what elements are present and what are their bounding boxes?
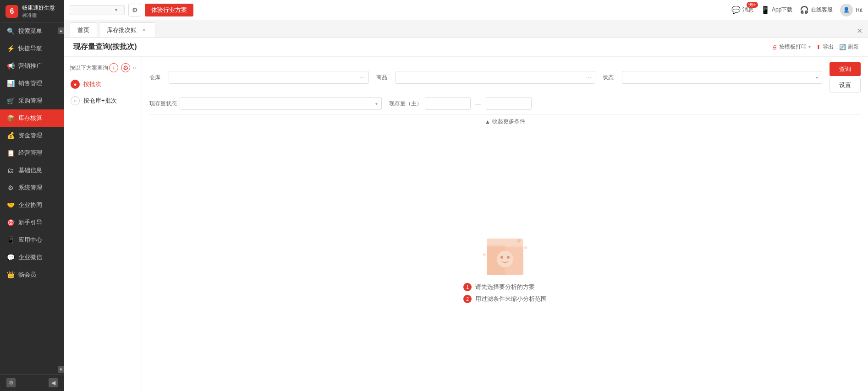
tabs-bar: 首页 库存批次账 × ✕ xyxy=(64,20,868,38)
empty-svg xyxy=(473,223,537,277)
topbar: ▾ ⚙ 体验行业方案 💬 消息 99+ 📱 App下载 🎧 在线客服 👤 Rit xyxy=(64,0,868,20)
page-header: 现存量查询(按批次) 🖨 按模板打印 ▾ ⬆ 导出 🔄 刷新 xyxy=(64,38,868,57)
appstore-icon: 📱 xyxy=(6,236,15,244)
main-area: ▾ ⚙ 体验行业方案 💬 消息 99+ 📱 App下载 🎧 在线客服 👤 Rit xyxy=(64,0,868,391)
purchase-icon: 🛒 xyxy=(6,97,15,105)
sidebar-settings-btn[interactable]: ⚙ xyxy=(6,378,16,387)
marketing-icon: 📢 xyxy=(6,62,15,70)
sidebar-scroll-up[interactable]: ▲ xyxy=(58,27,64,34)
member-icon: 👑 xyxy=(6,271,15,279)
search-input[interactable] xyxy=(74,7,115,13)
empty-step-1: 1 请先选择要分析的方案 xyxy=(463,283,547,291)
goods-more[interactable]: ··· xyxy=(586,74,592,81)
search-dropdown-icon[interactable]: ▾ xyxy=(115,7,117,12)
global-close-icon[interactable]: ✕ xyxy=(857,27,863,35)
messages-btn[interactable]: 💬 消息 99+ xyxy=(731,5,753,14)
status-field: 状态 ▾ xyxy=(603,71,822,84)
collapse-panel-btn[interactable]: « xyxy=(133,65,136,71)
add-plan-btn[interactable]: + xyxy=(109,63,118,72)
empty-state: 1 请先选择要分析的方案 2 用过滤条件来缩小分析范围 xyxy=(142,134,868,391)
sidebar-item-quicknav[interactable]: ⚡ 快捷导航 xyxy=(0,40,64,57)
left-panel-title: 按以下方案查询 xyxy=(70,64,108,72)
plan-warehouse-batch-icon: ○ xyxy=(71,96,80,105)
finance-icon: 💰 xyxy=(6,131,15,140)
print-dropdown-icon[interactable]: ▾ xyxy=(808,44,811,49)
sidebar-item-search[interactable]: 🔍 搜索菜单 xyxy=(0,22,64,40)
tab-home[interactable]: 首页 xyxy=(70,22,97,37)
avatar[interactable]: 👤 xyxy=(840,4,853,16)
collapse-icon: « xyxy=(133,65,136,71)
tab-inventory-batch[interactable]: 库存批次账 × xyxy=(99,22,155,37)
collapse-more-label: 收起更多条件 xyxy=(492,118,525,125)
stock-qty-min-input[interactable] xyxy=(425,97,471,110)
svg-point-6 xyxy=(517,239,521,243)
goods-field: 商品 ··· xyxy=(376,71,596,84)
query-btn[interactable]: 查询 xyxy=(830,62,861,76)
refresh-icon: 🔄 xyxy=(839,44,846,50)
gear-icon: ⚙ xyxy=(123,64,129,71)
sidebar-scroll-down[interactable]: ▼ xyxy=(58,366,64,373)
newuser-icon: 🎯 xyxy=(6,218,15,227)
stock-qty-max-input[interactable] xyxy=(486,97,532,110)
topbar-gear-btn[interactable]: ⚙ xyxy=(128,4,141,16)
warehouse-input[interactable] xyxy=(173,74,357,81)
filter-area: 仓库 ··· 商品 ··· xyxy=(142,57,868,134)
sidebar-header: 6 畅康通好生意 标准版 xyxy=(0,0,64,22)
app-download-btn[interactable]: 📱 App下载 xyxy=(761,5,792,14)
sidebar-collapse-btn[interactable]: ◀ xyxy=(49,378,58,387)
export-btn[interactable]: ⬆ 导出 xyxy=(816,43,834,51)
sidebar-item-finance-label: 资金管理 xyxy=(18,131,42,140)
step-1-num: 1 xyxy=(463,283,472,291)
sidebar-item-system[interactable]: ⚙ 系统管理 xyxy=(0,179,64,196)
app-logo: 6 xyxy=(5,5,18,18)
topbar-right: 💬 消息 99+ 📱 App下载 🎧 在线客服 👤 Rit xyxy=(731,4,863,16)
left-panel-actions: + ⚙ « xyxy=(109,63,136,72)
sidebar-item-quicknav-label: 快捷导航 xyxy=(18,44,42,53)
settings-btn[interactable]: 设置 xyxy=(830,78,861,92)
sidebar-item-member[interactable]: 👑 畅会员 xyxy=(0,266,64,283)
sidebar-item-enterprise[interactable]: 🤝 企业协同 xyxy=(0,196,64,214)
app-download-label: App下载 xyxy=(772,6,792,14)
tab-close-icon[interactable]: × xyxy=(140,27,148,34)
sidebar-item-appstore[interactable]: 📱 应用中心 xyxy=(0,231,64,249)
plan-batch-label: 按批次 xyxy=(83,80,101,88)
stock-status-dropdown-icon: ▾ xyxy=(375,101,378,106)
sidebar: 6 畅康通好生意 标准版 ▲ 🔍 搜索菜单 ⚡ 快捷导航 📢 营销推广 📊 销售… xyxy=(0,0,64,391)
sidebar-item-finance[interactable]: 💰 资金管理 xyxy=(0,127,64,144)
sales-icon: 📊 xyxy=(6,79,15,87)
page-content: 现存量查询(按批次) 🖨 按模板打印 ▾ ⬆ 导出 🔄 刷新 xyxy=(64,38,868,391)
collapse-more-btn[interactable]: ▲ 收起更多条件 xyxy=(149,114,861,128)
sidebar-item-basic[interactable]: 🗂 基础信息 xyxy=(0,162,64,179)
sidebar-item-wechat-label: 企业微信 xyxy=(18,253,42,261)
experience-btn[interactable]: 体验行业方案 xyxy=(145,4,193,16)
goods-input[interactable] xyxy=(400,74,584,81)
settings-plan-btn[interactable]: ⚙ xyxy=(121,63,130,72)
print-btn[interactable]: 🖨 按模板打印 ▾ xyxy=(772,43,811,51)
empty-steps: 1 请先选择要分析的方案 2 用过滤条件来缩小分析范围 xyxy=(463,283,547,303)
user-area: 👤 Rit xyxy=(840,4,863,16)
sidebar-item-search-label: 搜索菜单 xyxy=(18,27,42,35)
plan-item-batch[interactable]: ● 按批次 xyxy=(64,76,142,92)
sidebar-item-sales[interactable]: 📊 销售管理 xyxy=(0,75,64,92)
goods-label: 商品 xyxy=(376,74,393,81)
status-select[interactable]: ▾ xyxy=(622,71,822,84)
refresh-btn[interactable]: 🔄 刷新 xyxy=(839,43,859,51)
plan-item-warehouse-batch[interactable]: ○ 按仓库+批次 xyxy=(64,92,142,109)
sidebar-item-wechat[interactable]: 💬 企业微信 xyxy=(0,249,64,266)
warehouse-more[interactable]: ··· xyxy=(359,74,365,81)
sidebar-item-purchase[interactable]: 🛒 采购管理 xyxy=(0,92,64,109)
messages-badge: 99+ xyxy=(747,2,758,8)
sidebar-item-member-label: 畅会员 xyxy=(18,271,36,279)
filter-row-2: 现存量状态 ▾ 现存量（主） — xyxy=(149,97,861,110)
tab-inventory-batch-label: 库存批次账 xyxy=(107,26,137,34)
online-service-label: 在线客服 xyxy=(811,6,833,14)
online-service-btn[interactable]: 🎧 在线客服 xyxy=(800,5,833,14)
sidebar-item-enterprise-label: 企业协同 xyxy=(18,201,42,209)
sidebar-item-sales-label: 销售管理 xyxy=(18,79,42,87)
sidebar-item-inventory[interactable]: 📦 库存核算 xyxy=(0,109,64,127)
username-label[interactable]: Rit xyxy=(856,7,863,13)
sidebar-item-operations[interactable]: 📋 经营管理 xyxy=(0,144,64,162)
stock-status-select[interactable]: ▾ xyxy=(180,97,382,110)
sidebar-item-marketing[interactable]: 📢 营销推广 xyxy=(0,57,64,75)
sidebar-item-newuser[interactable]: 🎯 新手引导 xyxy=(0,214,64,231)
